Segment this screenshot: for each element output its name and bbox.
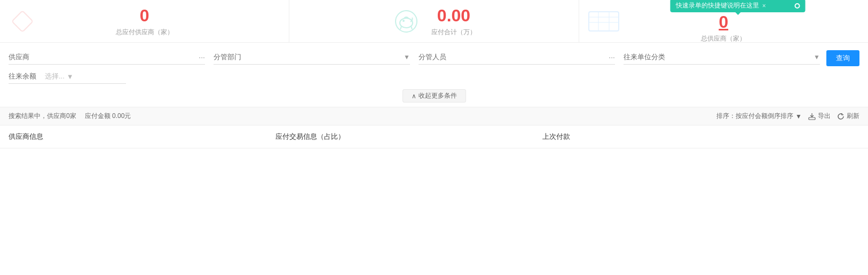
stat-total-suppliers: 快速录单的快捷键说明在这里 × 0 总供应商（家） (579, 0, 868, 42)
department-arrow-icon[interactable]: ▼ (404, 53, 410, 61)
collapse-arrow-icon: ∧ (412, 92, 416, 100)
payable-total-number: 0.00 (431, 5, 476, 26)
tooltip-close-btn[interactable]: × (762, 2, 766, 10)
manager-label: 分管人员 (419, 52, 446, 62)
table-body (0, 148, 868, 275)
amount-field: 往来余额 选择... ▼ (9, 72, 126, 84)
sort-select[interactable]: 排序：按应付会额倒序排序 ▼ (716, 112, 802, 121)
total-suppliers-label: 总供应商（家） (701, 34, 746, 43)
collapse-label: 收起更多条件 (419, 91, 457, 100)
collapse-btn[interactable]: ∧ 收起更多条件 (403, 89, 466, 103)
search-button[interactable]: 查询 (826, 50, 859, 66)
manager-more-btn[interactable]: ··· (609, 53, 615, 61)
amount-result-text: 应付金额 0.00元 (85, 112, 131, 121)
manager-input[interactable] (451, 53, 609, 61)
supplier-more-btn[interactable]: ··· (199, 53, 205, 61)
supplier-input[interactable] (34, 53, 199, 61)
export-button[interactable]: 导出 (808, 112, 831, 121)
piggy-icon (392, 7, 421, 36)
stat-payable-total: 0.00 应付合计（万） (289, 0, 579, 42)
top-stats-bar: 0 总应付供应商（家） 0.00 应付合计（万） (0, 0, 868, 43)
grid-icon (588, 11, 620, 32)
amount-placeholder: 选择... (45, 72, 65, 81)
refresh-icon (837, 113, 845, 120)
amount-arrow-icon: ▼ (67, 73, 74, 81)
payable-suppliers-label: 总应付供应商（家） (116, 28, 173, 37)
svg-point-3 (403, 20, 405, 22)
tooltip-dot (795, 3, 800, 9)
search-row-1: 供应商 ··· 分管部门 ▼ 分管人员 ··· 往来单位分类 ▼ 查询 (9, 50, 859, 66)
supplier-field: 供应商 ··· (9, 52, 205, 65)
supplier-count-text: 搜索结果中，供应商0家 (9, 112, 76, 121)
department-field: 分管部门 ▼ (214, 52, 410, 65)
table-col-supplier-info: 供应商信息 (9, 132, 275, 142)
tooltip-bubble: 快速录单的快捷键说明在这里 × (670, 0, 806, 12)
stat-payable-suppliers: 0 总应付供应商（家） (0, 0, 289, 42)
svg-point-1 (396, 11, 417, 32)
manager-field: 分管人员 ··· (419, 52, 615, 65)
search-area: 供应商 ··· 分管部门 ▼ 分管人员 ··· 往来单位分类 ▼ 查询 往来余额 (0, 43, 868, 107)
department-input[interactable] (246, 53, 404, 61)
refresh-label: 刷新 (847, 112, 859, 121)
unit-category-arrow-icon[interactable]: ▼ (814, 53, 820, 61)
tooltip-text: 快速录单的快捷键说明在这里 (676, 1, 759, 10)
export-label: 导出 (818, 112, 831, 121)
svg-rect-0 (12, 11, 33, 32)
sort-arrow-icon: ▼ (795, 113, 802, 120)
svg-rect-9 (809, 117, 815, 120)
amount-select[interactable]: 选择... ▼ (45, 72, 126, 81)
unit-category-input[interactable] (669, 53, 814, 61)
payable-total-label: 应付合计（万） (431, 28, 476, 37)
unit-category-label: 往来单位分类 (624, 52, 665, 62)
diamond-icon (11, 10, 34, 33)
sort-label: 排序：按应付会额倒序排序 (716, 112, 793, 121)
search-row-2: 往来余额 选择... ▼ (9, 72, 859, 84)
result-bar-left: 搜索结果中，供应商0家 应付金额 0.00元 (9, 112, 131, 121)
table-header: 供应商信息 应付交易信息（占比） 上次付款 (0, 125, 868, 148)
amount-label: 往来余额 (9, 72, 36, 81)
svg-rect-4 (589, 12, 619, 31)
table-col-payable-info: 应付交易信息（占比） (275, 132, 542, 142)
result-bar-right: 排序：按应付会额倒序排序 ▼ 导出 刷新 (716, 112, 859, 121)
export-icon (808, 113, 816, 120)
table-col-last-payment: 上次付款 (542, 132, 859, 142)
unit-category-field: 往来单位分类 ▼ (624, 52, 820, 65)
supplier-label: 供应商 (9, 52, 29, 62)
payable-suppliers-number: 0 (116, 5, 173, 26)
refresh-button[interactable]: 刷新 (837, 112, 859, 121)
department-label: 分管部门 (214, 52, 241, 62)
table: 供应商信息 应付交易信息（占比） 上次付款 (0, 125, 868, 275)
result-bar: 搜索结果中，供应商0家 应付金额 0.00元 排序：按应付会额倒序排序 ▼ 导出… (0, 107, 868, 125)
